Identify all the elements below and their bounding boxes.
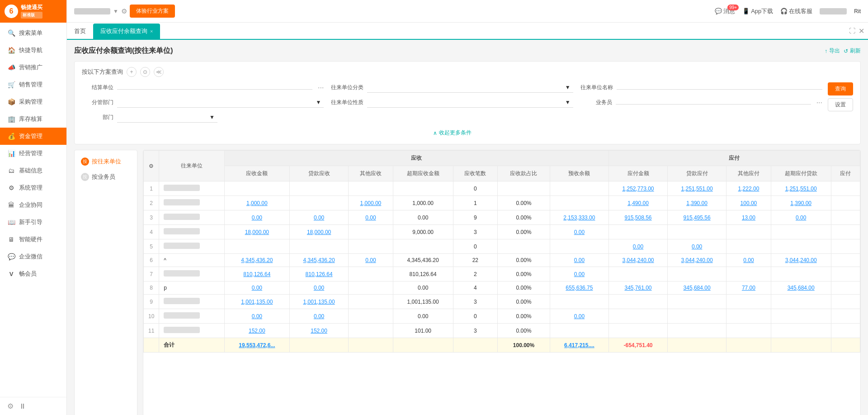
ar-other-header[interactable]: 其他应收 — [349, 166, 393, 181]
ar-loan-cell[interactable]: 4,345,436.20 — [290, 254, 349, 267]
dept-select[interactable]: ▼ — [117, 112, 217, 123]
collapse-btn[interactable]: ∧ 收起更多条件 — [429, 127, 475, 138]
tab-close-btn[interactable]: × — [150, 29, 153, 34]
sidebar-item-hardware[interactable]: 🖥 智能硬件 — [0, 231, 66, 248]
ar-prepay-cell[interactable]: 0.00 — [550, 254, 609, 267]
gear-icon[interactable]: ⚙ — [121, 7, 127, 15]
ar-prepay-cell[interactable]: 655,636.75 — [550, 281, 609, 295]
ap-amount-header[interactable]: 应付金额 — [609, 166, 667, 181]
ap-overdue-cell[interactable] — [771, 225, 831, 239]
ar-other-cell[interactable] — [349, 281, 393, 295]
ap-overdue-cell[interactable]: 345,684.00 — [771, 281, 831, 295]
ar-prepay-cell[interactable] — [550, 295, 609, 309]
sidebar-item-search-menu[interactable]: 🔍 搜索菜单 — [0, 24, 66, 42]
sidebar-item-quick-nav[interactable]: 🏠 快捷导航 — [0, 42, 66, 59]
ap-other-cell[interactable] — [726, 309, 771, 324]
ap-overdue-cell[interactable]: 1,251,551.00 — [771, 181, 831, 196]
ar-other-cell[interactable] — [349, 295, 393, 309]
ar-amount-cell[interactable]: 152.00 — [224, 324, 289, 338]
setting-btn[interactable]: 设置 — [828, 98, 853, 111]
sidebar-item-system[interactable]: ⚙ 系统管理 — [0, 179, 66, 196]
partner-name-input[interactable] — [617, 86, 822, 90]
footer-ar-amount[interactable]: 19,553,472,6... — [224, 338, 289, 353]
ap-other-header[interactable]: 其他应付 — [726, 166, 771, 181]
sidebar-item-business[interactable]: 📊 经营管理 — [0, 145, 66, 162]
ap-remain-header[interactable]: 应付 — [831, 166, 860, 181]
ap-other-cell[interactable]: 100.00 — [726, 196, 771, 210]
ar-overdue-header[interactable]: 超期应收金额 — [393, 166, 453, 181]
tab-ar-query[interactable]: 应收应付余额查询 × — [93, 24, 160, 39]
ar-prepay-cell[interactable]: 2,153,333.00 — [550, 210, 609, 225]
sidebar-item-member[interactable]: V 畅会员 — [0, 265, 66, 282]
app-download-btn[interactable]: 📱 App下载 — [742, 7, 773, 15]
ap-loan-cell[interactable]: 1,390.00 — [668, 196, 726, 210]
sidebar-item-guide[interactable]: 📖 新手引导 — [0, 214, 66, 231]
ap-loan-cell[interactable]: 0.00 — [668, 239, 726, 254]
ap-amount-cell[interactable]: 3,044,240.00 — [609, 254, 667, 267]
ar-loan-cell[interactable]: 1,001,135.00 — [290, 295, 349, 309]
ap-overdue-cell[interactable] — [771, 324, 831, 338]
ap-overdue-cell[interactable] — [771, 295, 831, 309]
solution-btn[interactable]: 体验行业方案 — [130, 5, 175, 18]
ap-amount-cell[interactable]: 0.00 — [609, 239, 667, 254]
ar-prepay-cell[interactable]: 0.00 — [550, 309, 609, 324]
ap-loan-cell[interactable]: 345,684.00 — [668, 281, 726, 295]
ar-other-cell[interactable]: 0.00 — [349, 254, 393, 267]
ar-prepay-cell[interactable]: 0.00 — [550, 267, 609, 281]
sidebar-item-sales[interactable]: 🛒 销售管理 — [0, 76, 66, 93]
ap-overdue-cell[interactable]: 0.00 — [771, 210, 831, 225]
ap-overdue-cell[interactable]: 3,044,240.00 — [771, 254, 831, 267]
ap-loan-cell[interactable] — [668, 267, 726, 281]
ar-prepay-cell[interactable] — [550, 239, 609, 254]
ap-amount-cell[interactable]: 345,761.00 — [609, 281, 667, 295]
ar-loan-cell[interactable]: 810,126.64 — [290, 267, 349, 281]
ap-loan-cell[interactable]: 1,251,551.00 — [668, 181, 726, 196]
ar-prepay-cell[interactable] — [550, 196, 609, 210]
ap-overdue-cell[interactable]: 1,390.00 — [771, 196, 831, 210]
ap-loan-cell[interactable] — [668, 295, 726, 309]
message-btn[interactable]: 💬 消息 99+ — [715, 7, 735, 15]
sidebar-item-marketing[interactable]: 📣 营销推广 — [0, 59, 66, 76]
ap-loan-cell[interactable] — [668, 324, 726, 338]
ap-other-cell[interactable] — [726, 324, 771, 338]
ap-amount-cell[interactable] — [609, 267, 667, 281]
nav-item-salesman[interactable]: 按 按业务员 — [75, 169, 137, 185]
ap-other-cell[interactable] — [726, 225, 771, 239]
branch-dept-select[interactable]: ▼ — [117, 97, 324, 108]
footer-ar-prepay[interactable]: 6,417,215.... — [550, 338, 609, 353]
ap-other-cell[interactable] — [726, 239, 771, 254]
ar-other-cell[interactable] — [349, 181, 393, 196]
ar-amount-cell[interactable] — [224, 181, 289, 196]
salesman-dots[interactable]: ··· — [816, 99, 822, 107]
ap-amount-cell[interactable] — [609, 309, 667, 324]
ar-prepay-header[interactable]: 预收余额 — [550, 166, 609, 181]
ap-amount-cell[interactable]: 1,252,773.00 — [609, 181, 667, 196]
ar-amount-cell[interactable]: 0.00 — [224, 281, 289, 295]
ar-loan-cell[interactable]: 152.00 — [290, 324, 349, 338]
ap-other-cell[interactable] — [726, 295, 771, 309]
close-window-icon[interactable]: ✕ — [859, 27, 864, 35]
query-btn[interactable]: 查询 — [828, 82, 853, 95]
sidebar-item-inventory[interactable]: 🏢 库存核算 — [0, 110, 66, 128]
ap-other-cell[interactable]: 77.00 — [726, 281, 771, 295]
ar-amount-cell[interactable] — [224, 239, 289, 254]
ap-other-cell[interactable]: 13.00 — [726, 210, 771, 225]
ap-amount-cell[interactable] — [609, 225, 667, 239]
ar-amount-cell[interactable]: 18,000.00 — [224, 225, 289, 239]
ar-other-cell[interactable] — [349, 324, 393, 338]
ap-amount-cell[interactable]: 915,508.56 — [609, 210, 667, 225]
ar-loan-cell[interactable] — [290, 181, 349, 196]
ar-prepay-cell[interactable] — [550, 324, 609, 338]
add-scheme-btn[interactable]: + — [127, 67, 137, 77]
ar-other-cell[interactable] — [349, 267, 393, 281]
ar-prepay-cell[interactable] — [550, 181, 609, 196]
ap-amount-cell[interactable] — [609, 324, 667, 338]
ar-prepay-cell[interactable]: 0.00 — [550, 225, 609, 239]
ar-amount-cell[interactable]: 0.00 — [224, 210, 289, 225]
sidebar-item-basic[interactable]: 🗂 基础信息 — [0, 162, 66, 179]
ar-loan-cell[interactable]: 0.00 — [290, 210, 349, 225]
sidebar-item-wechat[interactable]: 💬 企业微信 — [0, 248, 66, 265]
ar-loan-cell[interactable] — [290, 239, 349, 254]
ar-amount-cell[interactable]: 1,000.00 — [224, 196, 289, 210]
sidebar-item-purchase[interactable]: 📦 采购管理 — [0, 93, 66, 110]
